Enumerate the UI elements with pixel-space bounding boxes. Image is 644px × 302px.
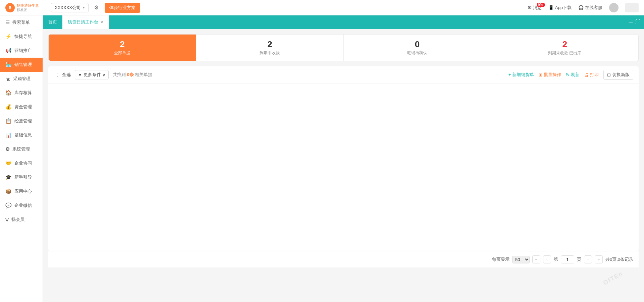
per-page-select[interactable]: 50 100 200	[512, 256, 530, 263]
batch-icon: ⊞	[539, 72, 542, 77]
online-service-button[interactable]: 🎧 在线客服	[578, 5, 602, 11]
logo-icon: 6	[5, 3, 15, 12]
sidebar-item-finance[interactable]: 💰 资金管理	[0, 100, 43, 114]
tab-close-icon[interactable]: ✕	[100, 20, 103, 24]
avatar[interactable]	[609, 3, 619, 12]
search-menu-icon: ☰	[5, 19, 10, 25]
sidebar-label: 系统管理	[12, 146, 30, 152]
inventory-icon: 🏠	[5, 90, 12, 96]
sidebar-item-operations[interactable]: 📋 经营管理	[0, 114, 43, 128]
sidebar-item-member[interactable]: V 畅会员	[0, 213, 43, 227]
stat-number-pending: 0	[351, 39, 484, 50]
add-sales-order-button[interactable]: + 新增销货单	[507, 72, 534, 78]
message-badge: 99+	[537, 3, 545, 7]
refresh-icon: ↻	[566, 72, 570, 77]
pagination: 每页显示 50 100 200 « ‹ 第 页 › » 共0页,0条记录	[48, 251, 639, 267]
sales-icon: 🏪	[5, 62, 12, 68]
quick-nav-icon: ⚡	[5, 34, 12, 40]
prev-page-button[interactable]: ‹	[543, 255, 551, 263]
sidebar-label: 新手引导	[14, 174, 32, 180]
sidebar-item-search-menu[interactable]: ☰ 搜索菜单	[0, 15, 43, 29]
sidebar-label: 企业协同	[14, 160, 32, 166]
filter-button[interactable]: ▼ 更多条件 ∨	[75, 70, 109, 79]
settings-icon[interactable]: ⚙	[91, 3, 101, 13]
company-name: XXXXXX公司	[55, 5, 81, 11]
stat-card-overdue-shipped[interactable]: 2 到期未收款 已出库	[491, 35, 638, 61]
app-center-icon: 📦	[5, 188, 12, 194]
tab-workbench[interactable]: 钱货日清工作台 ✕	[62, 15, 109, 29]
finance-icon: 💰	[5, 104, 12, 110]
trial-button[interactable]: 体验行业方案	[105, 3, 140, 13]
sidebar-label: 营销推广	[14, 48, 32, 54]
sidebar-item-app-center[interactable]: 📦 应用中心	[0, 184, 43, 198]
message-button[interactable]: ✉ 消息 99+	[528, 5, 542, 11]
operations-icon: 📋	[5, 118, 12, 124]
top-right: ✉ 消息 99+ 📱 App下载 🎧 在线客服	[528, 3, 639, 12]
sidebar-label: 经营管理	[14, 118, 32, 124]
total-records: 共0页,0条记录	[605, 256, 633, 262]
sidebar-label: 应用中心	[14, 188, 32, 194]
sidebar-item-sys-mgmt[interactable]: ⚙ 系统管理	[0, 142, 43, 156]
wechat-icon: 💬	[5, 202, 12, 208]
company-selector[interactable]: XXXXXX公司 ▾	[51, 3, 89, 12]
purchase-icon: 🛍	[5, 76, 10, 82]
tab-home[interactable]: 首页	[43, 15, 62, 29]
select-all-checkbox[interactable]	[54, 73, 58, 77]
found-text: 共找到 0条 相关单据	[113, 72, 152, 78]
message-icon: ✉	[528, 5, 532, 10]
sidebar-label: 快捷导航	[14, 34, 32, 40]
app-download-button[interactable]: 📱 App下载	[548, 5, 572, 11]
first-page-button[interactable]: «	[532, 255, 540, 263]
sidebar-item-marketing[interactable]: 📢 营销推广	[0, 44, 43, 58]
stat-label-all: 全部单据	[55, 50, 189, 56]
table-area	[48, 83, 639, 251]
user-name[interactable]	[625, 3, 639, 12]
sidebar-item-wechat[interactable]: 💬 企业微信	[0, 198, 43, 213]
service-icon: 🎧	[578, 5, 584, 10]
select-all-label: 全选	[62, 72, 71, 78]
sidebar-item-inventory[interactable]: 🏠 库存核算	[0, 86, 43, 100]
stat-label-overdue-shipped: 到期未收款 已出库	[498, 50, 632, 56]
sidebar-label: 基础信息	[14, 132, 32, 138]
logo-area: 6 畅捷通好生意 标准版	[5, 3, 48, 12]
stat-number-overdue: 2	[203, 39, 337, 50]
nav-tabs-bar: 首页 钱货日清工作台 ✕ ─ ⛶	[43, 15, 644, 29]
stat-number-overdue-shipped: 2	[498, 39, 632, 50]
download-icon: 📱	[548, 5, 554, 10]
refresh-button[interactable]: ↻ 刷新	[566, 72, 580, 78]
toolbar: 全选 ▼ 更多条件 ∨ 共找到 0条 相关单据 + 新增销货单 ⊞ 批量操作 ↻…	[48, 66, 639, 83]
member-icon: V	[5, 217, 9, 223]
sidebar-item-enterprise[interactable]: 🤝 企业协同	[0, 156, 43, 170]
sidebar-item-quick-nav[interactable]: ⚡ 快捷导航	[0, 29, 43, 44]
last-page-button[interactable]: »	[595, 255, 603, 263]
sidebar-item-basic-info[interactable]: 📊 基础信息	[0, 128, 43, 142]
sidebar-item-guide[interactable]: 🎓 新手引导	[0, 170, 43, 184]
page-suffix: 页	[577, 256, 581, 262]
print-button[interactable]: 🖨 打印	[584, 72, 599, 78]
sidebar-label: 畅会员	[11, 217, 24, 223]
page-label: 第	[554, 256, 558, 262]
page-input[interactable]	[561, 255, 574, 263]
next-page-button[interactable]: ›	[584, 255, 592, 263]
switch-version-button[interactable]: ⊡ 切换新版	[603, 70, 633, 80]
print-icon: 🖨	[584, 72, 589, 77]
logo-text: 畅捷通好生意 标准版	[17, 3, 39, 12]
stat-card-pending[interactable]: 0 旺辅待确认	[344, 35, 491, 61]
minimize-icon[interactable]: ─	[629, 19, 633, 25]
sidebar-item-purchase[interactable]: 🛍 采购管理	[0, 72, 43, 86]
batch-operation-button[interactable]: ⊞ 批量操作	[539, 72, 561, 78]
maximize-icon[interactable]: ⛶	[635, 19, 641, 25]
stat-card-all[interactable]: 2 全部单据	[49, 35, 196, 61]
stat-card-overdue[interactable]: 2 到期未收款	[196, 35, 344, 61]
sidebar-item-sales[interactable]: 🏪 销售管理	[0, 58, 43, 72]
sidebar-label: 搜索菜单	[12, 19, 30, 25]
basic-info-icon: 📊	[5, 132, 12, 138]
marketing-icon: 📢	[5, 48, 12, 54]
found-count: 0条	[127, 72, 134, 77]
sidebar-label: 企业微信	[14, 202, 32, 208]
sidebar-label: 销售管理	[14, 62, 32, 68]
top-bar: 6 畅捷通好生意 标准版 XXXXXX公司 ▾ ⚙ 体验行业方案 ✉ 消息 99…	[0, 0, 644, 15]
stat-label-overdue: 到期未收款	[203, 50, 337, 56]
per-page-label: 每页显示	[492, 256, 509, 262]
nav-tabs-right: ─ ⛶	[629, 19, 644, 25]
